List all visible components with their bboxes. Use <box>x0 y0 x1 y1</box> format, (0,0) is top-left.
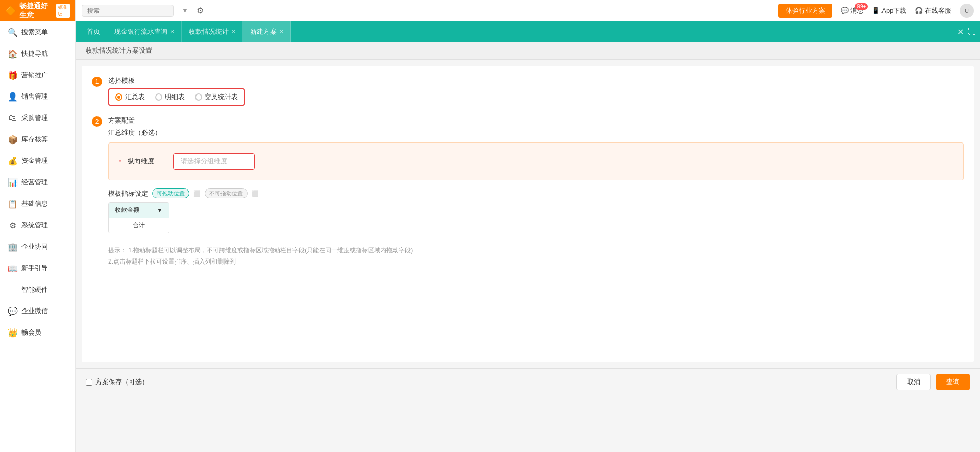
save-checkbox[interactable] <box>86 379 92 386</box>
template-radio-group: 汇总表 明细表 交叉统计表 <box>108 88 245 106</box>
tab-receipt-stats[interactable]: 收款情况统计 × <box>182 21 243 42</box>
sidebar-item-member[interactable]: 👑 畅会员 <box>0 322 75 343</box>
search-input[interactable] <box>82 5 174 17</box>
enterprise-coop-icon: 🏢 <box>8 242 17 251</box>
sidebar-item-enterprise-coop[interactable]: 🏢 企业协同 <box>0 236 75 257</box>
sidebar-item-purchase[interactable]: 🛍 采购管理 <box>0 107 75 129</box>
sidebar-label-wechat: 企业微信 <box>21 306 48 316</box>
quick-nav-icon: 🏠 <box>8 49 17 58</box>
stat-table-header: 收款金额 ▼ <box>109 203 169 218</box>
tabbar: 首页 现金银行流水查询 × 收款情况统计 × 新建方案 × ✕ ⛶ <box>76 21 980 42</box>
footer: 方案保存（可选） 取消 查询 <box>76 368 980 395</box>
tab-new-plan[interactable]: 新建方案 × <box>243 21 291 42</box>
dropdown-arrow-icon[interactable]: ▼ <box>182 7 188 14</box>
sidebar-item-marketing[interactable]: 🎁 营销推广 <box>0 64 75 86</box>
topbar: ▼ ⚙ 体验行业方案 💬 消息 99+ 📱 App下载 🎧 在线客服 U <box>76 0 980 21</box>
sidebar-item-quick-nav[interactable]: 🏠 快捷导航 <box>0 43 75 64</box>
app-download-btn[interactable]: 📱 App下载 <box>872 6 906 15</box>
sidebar-label-enterprise-coop: 企业协同 <box>21 242 48 251</box>
tab-close-cash-flow[interactable]: × <box>170 29 174 35</box>
sidebar: 🔶 畅捷通好生意 标准版 🔍 搜索菜单 🏠 快捷导航 🎁 营销推广 👤 销售管理… <box>0 0 76 452</box>
online-service-btn[interactable]: 🎧 在线客服 <box>915 6 951 15</box>
gear-icon[interactable]: ⚙ <box>197 6 204 15</box>
beginner-icon: 📖 <box>8 264 17 273</box>
notif-badge: 99+ <box>855 3 868 10</box>
sidebar-item-capital[interactable]: 💰 资金管理 <box>0 150 75 172</box>
query-button[interactable]: 查询 <box>936 374 970 390</box>
cancel-button[interactable]: 取消 <box>896 374 931 390</box>
tab-cash-flow[interactable]: 现金银行流水查询 × <box>107 21 182 42</box>
dimension-row-label: 纵向维度 <box>128 157 154 166</box>
dimension-area: * 纵向维度 — 请选择分组维度 <box>108 142 964 180</box>
save-check-group: 方案保存（可选） <box>86 377 149 387</box>
tab-home[interactable]: 首页 <box>80 21 107 42</box>
non-draggable-indicator: ⬜ <box>252 190 259 197</box>
inventory-icon: 📦 <box>8 135 17 144</box>
logo-icon: 🔶 <box>5 5 16 16</box>
sidebar-item-wechat[interactable]: 💬 企业微信 <box>0 300 75 322</box>
sidebar-label-system: 系统管理 <box>21 221 48 230</box>
tabbar-actions: ✕ ⛶ <box>957 27 976 37</box>
stat-dropdown-icon[interactable]: ▼ <box>157 207 163 214</box>
step1-badge: 1 <box>92 77 102 87</box>
step2-badge: 2 <box>92 116 102 127</box>
step2-section: 2 方案配置 汇总维度（必选） * 纵向维度 — 请选择分组维度 <box>92 116 964 267</box>
non-draggable-badge: 不可拖动位置 <box>205 188 248 198</box>
sidebar-item-basic-info[interactable]: 📋 基础信息 <box>0 193 75 215</box>
form-area: 1 选择模板 汇总表 明细表 交叉统 <box>82 66 974 362</box>
search-menu-icon: 🔍 <box>8 28 17 37</box>
download-icon: 📱 <box>872 7 880 14</box>
sidebar-logo: 🔶 畅捷通好生意 标准版 <box>0 0 75 21</box>
content-area: 收款情况统计方案设置 1 选择模板 汇总表 明细表 <box>76 42 980 452</box>
industry-btn[interactable]: 体验行业方案 <box>778 4 832 18</box>
sidebar-item-search-menu[interactable]: 🔍 搜索菜单 <box>0 21 75 43</box>
sidebar-label-search-menu: 搜索菜单 <box>21 28 48 37</box>
operations-icon: 📊 <box>8 178 17 187</box>
sidebar-item-system[interactable]: ⚙ 系统管理 <box>0 215 75 236</box>
step1-section: 1 选择模板 汇总表 明细表 交叉统 <box>92 76 964 106</box>
purchase-icon: 🛍 <box>8 113 17 123</box>
edition-badge: 标准版 <box>56 4 70 18</box>
tips-area: 提示： 1.拖动标题栏可以调整布局，不可跨维度或指标区域拖动栏目字段(只能在同一… <box>108 245 964 267</box>
required-star: * <box>119 158 121 165</box>
marketing-icon: 🎁 <box>8 70 17 80</box>
sidebar-item-beginner[interactable]: 📖 新手引导 <box>0 257 75 279</box>
user-avatar[interactable]: U <box>960 4 974 18</box>
sidebar-item-smart-hw[interactable]: 🖥 智能硬件 <box>0 279 75 300</box>
tab-maximize-btn[interactable]: ⛶ <box>968 27 976 36</box>
radio-cross[interactable]: 交叉统计表 <box>195 92 238 102</box>
radio-dot-summary <box>115 93 122 101</box>
sidebar-label-capital: 资金管理 <box>21 156 48 165</box>
arrow-icon: — <box>160 158 167 165</box>
sidebar-label-inventory: 库存核算 <box>21 135 48 144</box>
radio-dot-cross <box>195 93 202 101</box>
sidebar-label-quick-nav: 快捷导航 <box>21 49 48 58</box>
tab-close-receipt-stats[interactable]: × <box>232 29 235 35</box>
step2-label: 方案配置 <box>108 116 964 125</box>
member-icon: 👑 <box>8 328 17 337</box>
service-icon: 🎧 <box>915 7 923 14</box>
notification-btn[interactable]: 💬 消息 99+ <box>841 6 864 15</box>
page-title-bar: 收款情况统计方案设置 <box>76 42 980 60</box>
tip-1: 提示： 1.拖动标题栏可以调整布局，不可跨维度或指标区域拖动栏目字段(只能在同一… <box>108 245 964 256</box>
sidebar-label-purchase: 采购管理 <box>21 113 48 123</box>
sidebar-label-sales: 销售管理 <box>21 92 48 101</box>
radio-summary[interactable]: 汇总表 <box>115 92 145 102</box>
radio-dot-detail <box>155 93 162 101</box>
dimension-select[interactable]: 请选择分组维度 <box>173 153 255 170</box>
basic-info-icon: 📋 <box>8 199 17 208</box>
sidebar-label-beginner: 新手引导 <box>21 264 48 273</box>
main-area: ▼ ⚙ 体验行业方案 💬 消息 99+ 📱 App下载 🎧 在线客服 U 首页 <box>76 0 980 452</box>
dimension-config: 汇总维度（必选） * 纵向维度 — 请选择分组维度 <box>108 128 964 180</box>
page-title: 收款情况统计方案设置 <box>86 46 152 54</box>
step2-content: 方案配置 汇总维度（必选） * 纵向维度 — 请选择分组维度 <box>108 116 964 267</box>
sidebar-item-inventory[interactable]: 📦 库存核算 <box>0 129 75 150</box>
tab-close-new-plan[interactable]: × <box>280 29 283 35</box>
radio-detail[interactable]: 明细表 <box>155 92 185 102</box>
sidebar-label-member: 畅会员 <box>21 328 41 337</box>
sidebar-item-sales[interactable]: 👤 销售管理 <box>0 86 75 107</box>
tab-close-all-btn[interactable]: ✕ <box>957 27 964 37</box>
sidebar-label-smart-hw: 智能硬件 <box>21 285 48 294</box>
sidebar-label-operations: 经营管理 <box>21 178 48 187</box>
sidebar-item-operations[interactable]: 📊 经营管理 <box>0 172 75 193</box>
